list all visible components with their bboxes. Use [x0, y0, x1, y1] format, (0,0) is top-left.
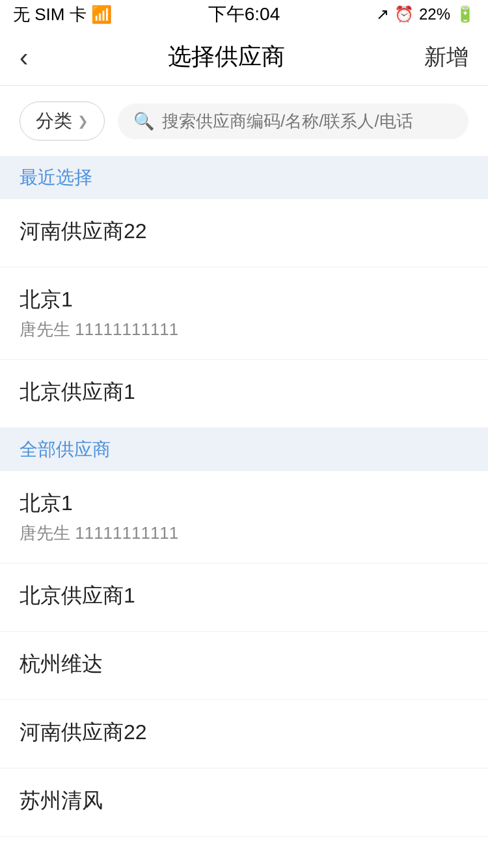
all-section-header: 全部供应商 — [0, 428, 488, 471]
all-item-1[interactable]: 北京1 唐先生 11111111111 — [0, 471, 488, 563]
chevron-right-icon: ❯ — [77, 113, 88, 129]
all-item-1-sub: 唐先生 11111111111 — [20, 522, 468, 545]
recent-item-3[interactable]: 北京供应商1 — [0, 360, 488, 428]
battery-icon: 🔋 — [455, 5, 475, 23]
status-bar: 无 SIM 卡 📶 下午6:04 ↗ ⏰ 22% 🔋 — [0, 0, 488, 29]
recent-item-1[interactable]: 河南供应商22 — [0, 199, 488, 267]
add-button[interactable]: 新增 — [424, 42, 468, 72]
battery-text: 22% — [419, 5, 450, 23]
all-item-1-name: 北京1 — [20, 489, 468, 518]
search-input[interactable] — [162, 111, 453, 131]
status-carrier: 无 SIM 卡 📶 — [13, 3, 112, 26]
search-box[interactable]: 🔍 — [118, 103, 468, 139]
all-item-2-name: 北京供应商1 — [20, 582, 468, 610]
recent-item-2-sub: 唐先生 11111111111 — [20, 318, 468, 341]
recent-item-2-name: 北京1 — [20, 286, 468, 314]
all-item-4[interactable]: 河南供应商22 — [0, 700, 488, 768]
all-items-list: 北京1 唐先生 11111111111 北京供应商1 杭州维达 河南供应商22 … — [0, 471, 488, 837]
page-title: 选择供应商 — [168, 41, 285, 73]
back-button[interactable]: ‹ — [20, 44, 28, 70]
recent-section-label: 最近选择 — [20, 167, 92, 187]
category-filter[interactable]: 分类 ❯ — [20, 102, 105, 141]
alarm-icon: ⏰ — [394, 5, 414, 23]
search-icon: 🔍 — [133, 111, 154, 131]
all-item-5[interactable]: 苏州清风 — [0, 768, 488, 837]
all-item-4-name: 河南供应商22 — [20, 718, 468, 747]
status-time: 下午6:04 — [208, 2, 280, 27]
all-item-2[interactable]: 北京供应商1 — [0, 563, 488, 632]
location-icon: ↗ — [376, 5, 389, 23]
recent-items-list: 河南供应商22 北京1 唐先生 11111111111 北京供应商1 — [0, 199, 488, 428]
all-item-3-name: 杭州维达 — [20, 650, 468, 679]
recent-item-1-name: 河南供应商22 — [20, 217, 468, 246]
recent-item-3-name: 北京供应商1 — [20, 378, 468, 407]
category-label: 分类 — [36, 109, 72, 133]
filter-bar: 分类 ❯ 🔍 — [0, 86, 488, 156]
recent-section-header: 最近选择 — [0, 156, 488, 199]
nav-bar: ‹ 选择供应商 新增 — [0, 29, 488, 86]
all-item-3[interactable]: 杭州维达 — [0, 632, 488, 700]
recent-item-2[interactable]: 北京1 唐先生 11111111111 — [0, 267, 488, 360]
all-section-label: 全部供应商 — [20, 439, 111, 459]
all-item-5-name: 苏州清风 — [20, 787, 468, 815]
status-indicators: ↗ ⏰ 22% 🔋 — [376, 5, 475, 23]
